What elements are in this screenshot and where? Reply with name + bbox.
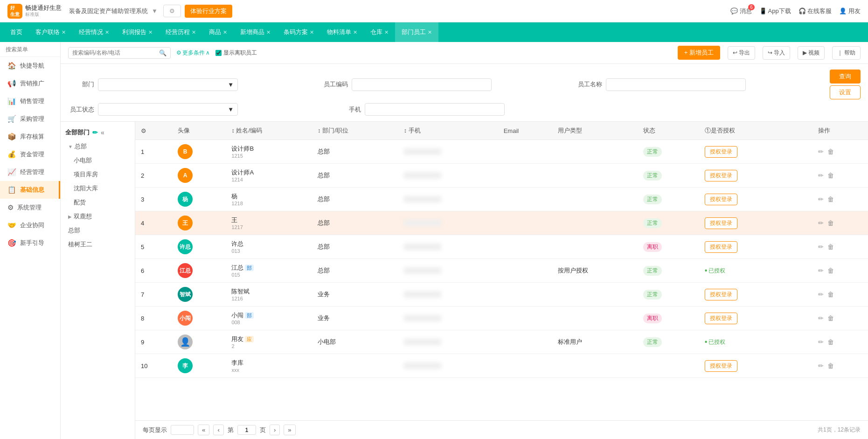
collapse-dept-icon[interactable]: «: [101, 129, 104, 136]
nav-item-warehouse[interactable]: 仓库 ✕: [364, 22, 395, 42]
sidebar-item-basicinfo[interactable]: 📋 基础信息: [0, 181, 60, 199]
auth-login-btn[interactable]: 授权登录: [705, 289, 737, 300]
edit-icon[interactable]: ✏: [818, 338, 824, 346]
sidebar-item-sales[interactable]: 📊 销售管理: [0, 92, 60, 110]
auth-login-btn[interactable]: 授权登录: [705, 217, 737, 229]
app-download-btn[interactable]: 📱 App下载: [759, 7, 791, 15]
dept-item-zhishu[interactable]: 植树王二: [61, 237, 135, 251]
delete-icon[interactable]: 🗑: [827, 243, 834, 251]
edit-icon[interactable]: ✏: [818, 291, 824, 298]
query-btn[interactable]: 查询: [830, 70, 861, 84]
nav-item-journey[interactable]: 经营历程 ✕: [159, 22, 202, 42]
sidebar-item-inventory[interactable]: 📦 库存核算: [0, 128, 60, 146]
edit-icon[interactable]: ✏: [818, 362, 824, 369]
view-btn[interactable]: ▶ 视频: [798, 46, 825, 60]
resigned-checkbox-input[interactable]: [215, 50, 222, 56]
nav-item-home[interactable]: 首页: [4, 22, 29, 42]
sidebar-item-collab[interactable]: 🤝 企业协同: [0, 216, 60, 234]
msg-btn[interactable]: 💬 6 消息: [730, 7, 752, 15]
delete-icon[interactable]: 🗑: [827, 267, 834, 274]
delete-icon[interactable]: 🗑: [827, 338, 834, 346]
nav-item-bom[interactable]: 物料清单 ✕: [320, 22, 364, 42]
edit-icon[interactable]: ✏: [818, 219, 824, 227]
page-size-input[interactable]: 50: [171, 425, 194, 435]
close-icon[interactable]: ✕: [428, 29, 432, 35]
col-settings[interactable]: ⚙: [135, 122, 172, 140]
nav-item-profit[interactable]: 利润报告 ✕: [116, 22, 159, 42]
delete-icon[interactable]: 🗑: [827, 219, 834, 227]
close-icon[interactable]: ✕: [266, 29, 271, 35]
set-btn[interactable]: 设置: [830, 85, 861, 99]
close-icon[interactable]: ✕: [310, 29, 314, 35]
sidebar-item-guide[interactable]: 🎯 新手引导: [0, 234, 60, 252]
sidebar-item-system[interactable]: ⚙ 系统管理: [0, 199, 60, 216]
emp-code-input[interactable]: [352, 78, 492, 91]
add-employee-btn[interactable]: + 新增员工: [678, 46, 720, 60]
close-icon[interactable]: ✕: [223, 29, 227, 35]
col-phone[interactable]: ↕ 手机: [398, 122, 498, 140]
auth-login-btn[interactable]: 授权登录: [705, 146, 737, 158]
last-page-btn[interactable]: »: [284, 425, 295, 435]
edit-icon[interactable]: ✏: [818, 195, 824, 203]
close-icon[interactable]: ✕: [62, 29, 66, 35]
delete-icon[interactable]: 🗑: [827, 172, 834, 179]
dept-item-peihuo[interactable]: 配货: [61, 195, 135, 209]
dept-item-zongbu-parent[interactable]: ▼ 总部: [61, 139, 135, 153]
auth-login-btn[interactable]: 授权登录: [705, 170, 737, 181]
export-btn[interactable]: ↩ 导出: [728, 46, 755, 60]
close-icon[interactable]: ✕: [105, 29, 109, 35]
first-page-btn[interactable]: «: [198, 425, 209, 435]
dept-item-xiaodian[interactable]: 小电部: [61, 153, 135, 167]
auth-login-btn[interactable]: 授权登录: [705, 360, 737, 372]
show-resigned-checkbox[interactable]: 显示离职员工: [215, 49, 257, 57]
dept-item-shuanglu[interactable]: ▶ 双鹿想: [61, 209, 135, 223]
prev-page-btn[interactable]: ‹: [213, 425, 223, 435]
edit-dept-icon[interactable]: ✏: [92, 129, 98, 136]
nav-item-customer[interactable]: 客户联络 ✕: [29, 22, 72, 42]
dept-select[interactable]: ▼: [98, 78, 238, 91]
search-input[interactable]: [72, 49, 159, 56]
sidebar-item-business[interactable]: 📈 经营管理: [0, 163, 60, 181]
sidebar-item-quicknav[interactable]: 🏠 快捷导航: [0, 57, 60, 75]
delete-icon[interactable]: 🗑: [827, 314, 834, 322]
edit-icon[interactable]: ✏: [818, 243, 824, 251]
emp-name-input[interactable]: [606, 78, 746, 91]
dept-item-zongbu2[interactable]: 总部: [61, 223, 135, 237]
auth-login-btn[interactable]: 授权登录: [705, 194, 737, 205]
col-name[interactable]: ↕ 姓名/编码: [226, 122, 312, 140]
dept-item-xiangmu[interactable]: 项目库房: [61, 167, 135, 181]
delete-icon[interactable]: 🗑: [827, 195, 834, 203]
online-service-btn[interactable]: 🎧 在线客服: [799, 7, 832, 15]
nav-item-new-goods[interactable]: 新增商品 ✕: [234, 22, 277, 42]
import-btn[interactable]: ↪ 导入: [763, 46, 790, 60]
sidebar-item-finance[interactable]: 💰 资金管理: [0, 146, 60, 163]
next-page-btn[interactable]: ›: [270, 425, 280, 435]
dept-item-shenyang[interactable]: 沈阳大库: [61, 181, 135, 195]
edit-icon[interactable]: ✏: [818, 267, 824, 274]
delete-icon[interactable]: 🗑: [827, 362, 834, 369]
emp-status-select[interactable]: ▼: [98, 103, 238, 116]
nav-item-operation[interactable]: 经营情况 ✕: [72, 22, 116, 42]
close-icon[interactable]: ✕: [148, 29, 153, 35]
trial-btn[interactable]: 体验行业方案: [185, 5, 232, 18]
nav-item-barcode[interactable]: 条码方案 ✕: [277, 22, 320, 42]
help-btn[interactable]: ｜ 帮助: [832, 46, 861, 60]
sidebar-item-marketing[interactable]: 📢 营销推广: [0, 75, 60, 92]
edit-icon[interactable]: ✏: [818, 148, 824, 155]
auth-login-btn[interactable]: 授权登录: [705, 313, 737, 324]
phone-input[interactable]: [365, 103, 505, 116]
current-page-input[interactable]: [237, 425, 256, 435]
delete-icon[interactable]: 🗑: [827, 148, 834, 155]
sidebar-item-purchase[interactable]: 🛒 采购管理: [0, 110, 60, 128]
col-dept[interactable]: ↕ 部门/职位: [312, 122, 398, 140]
close-icon[interactable]: ✕: [192, 29, 196, 35]
edit-icon[interactable]: ✏: [818, 172, 824, 179]
delete-icon[interactable]: 🗑: [827, 291, 834, 298]
dropdown-icon[interactable]: ▼: [152, 7, 158, 14]
settings-gear[interactable]: ⚙: [163, 5, 181, 17]
auth-login-btn[interactable]: 授权登录: [705, 241, 737, 253]
nav-item-goods[interactable]: 商品 ✕: [202, 22, 234, 42]
user-btn[interactable]: 👤 用友: [839, 7, 861, 15]
close-icon[interactable]: ✕: [384, 29, 389, 35]
more-conditions-btn[interactable]: ⚙ 更多条件 ∧: [176, 49, 210, 57]
